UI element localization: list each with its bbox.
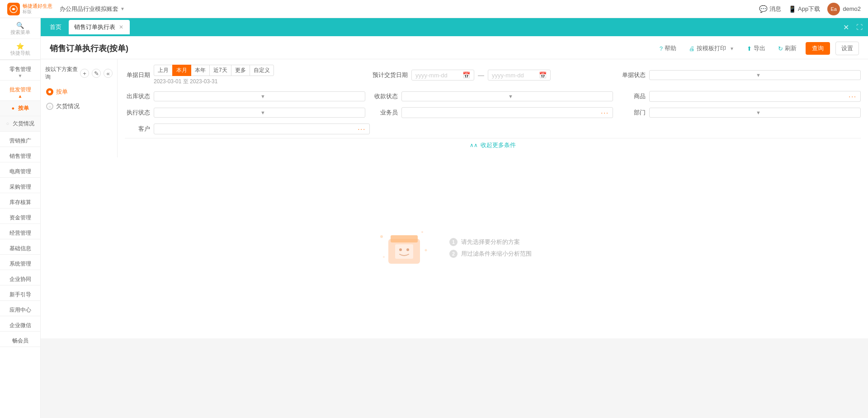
calendar-start-icon[interactable]: 📅: [462, 71, 470, 79]
customer-more-icon: ···: [358, 125, 366, 133]
app-selector[interactable]: 办公用品行业模拟账套 ▼: [56, 3, 128, 15]
sidebar-item-finance[interactable]: 资金管理: [0, 209, 40, 224]
export-button[interactable]: ⬆ 导出: [743, 43, 769, 54]
print-template-button[interactable]: 🖨 按模板打印 ▼: [685, 43, 738, 54]
refresh-button[interactable]: ↻ 刷新: [774, 43, 800, 54]
sidebar-item-retail[interactable]: 零售管理 ▼: [0, 60, 40, 81]
dept-select[interactable]: ▼: [649, 108, 861, 118]
sidebar-item-wechat[interactable]: 企业微信: [0, 316, 40, 332]
date-btn-this-year[interactable]: 本年: [191, 65, 210, 76]
main-layout: 🔍 搜索菜单 ⭐ 快捷导航 零售管理 ▼ 批发管理 ▲ ● 按单 ○ 欠货情况: [0, 18, 868, 418]
doc-status-arrow-icon: ▼: [756, 72, 857, 78]
date-end-field[interactable]: [492, 72, 537, 79]
sidebar-item-quick-nav[interactable]: ⭐ 快捷导航: [0, 39, 40, 60]
chevron-down-icon: ▼: [120, 6, 125, 11]
sidebar-item-ecommerce[interactable]: 电商管理: [0, 162, 40, 178]
svg-point-8: [425, 249, 427, 252]
date-btn-last-month[interactable]: 上月: [154, 65, 173, 76]
sub-menu-wholesale: ● 按单 ○ 欠货情况: [0, 101, 40, 132]
sidebar-item-sales[interactable]: 销售管理: [0, 147, 40, 162]
scheme-panel: 按以下方案查询 + ✎ «: [41, 59, 118, 157]
tab-home[interactable]: 首页: [44, 20, 67, 34]
empty-state: 1 请先选择要分析的方案 2 用过滤条件来缩小分析范围: [377, 225, 532, 271]
payment-status-arrow-icon: ▼: [508, 94, 609, 99]
more-dots-icon: ···: [849, 93, 857, 100]
settings-button[interactable]: 设置: [835, 42, 859, 55]
customer-input[interactable]: ···: [154, 124, 370, 134]
sidebar-item-basic[interactable]: 基础信息: [0, 239, 40, 255]
date-btn-more[interactable]: 更多: [231, 65, 250, 76]
sidebar-item-enterprise[interactable]: 企业协同: [0, 270, 40, 285]
payment-status-select[interactable]: ▼: [401, 91, 613, 101]
tab-close-icon[interactable]: ✕: [118, 23, 124, 31]
data-area: 1 请先选择要分析的方案 2 用过滤条件来缩小分析范围: [41, 157, 868, 338]
sub-menu-item-order[interactable]: ● 按单: [0, 101, 40, 116]
filter-payment-status-field: 收款状态 ▼: [373, 91, 613, 101]
sidebar-item-guide[interactable]: 新手引导: [0, 285, 40, 301]
date-btn-this-month[interactable]: 本月: [172, 65, 191, 76]
download-icon: 📱: [788, 5, 796, 13]
svg-point-4: [399, 248, 402, 251]
svg-point-6: [380, 235, 383, 238]
salesperson-more-icon: ···: [601, 109, 609, 116]
tab-expand-icon[interactable]: ⛶: [854, 22, 864, 33]
scheme-edit-button[interactable]: ✎: [92, 69, 101, 78]
scheme-collapse-button[interactable]: «: [104, 69, 113, 78]
delivery-status-select[interactable]: ▼: [154, 91, 365, 101]
avatar: Ea: [827, 3, 840, 15]
doc-status-select[interactable]: ▼: [649, 70, 861, 80]
sidebar-item-procurement[interactable]: 采购管理: [0, 178, 40, 193]
logo-text: 畅捷通好生意 标版: [23, 3, 52, 14]
filter-row-2: 出库状态 ▼ 收款状态 ▼: [125, 91, 861, 102]
tab-sales-order[interactable]: 销售订单执行表 ✕: [69, 20, 130, 34]
empty-hints: 1 请先选择要分析的方案 2 用过滤条件来缩小分析范围: [449, 238, 532, 258]
empty-hint-1: 1 请先选择要分析的方案: [449, 238, 520, 246]
help-button[interactable]: ? 帮助: [656, 43, 680, 54]
sidebar-item-appcenter[interactable]: 应用中心: [0, 301, 40, 316]
sidebar-item-vip[interactable]: 畅会员: [0, 332, 40, 347]
date-btn-custom[interactable]: 自定义: [250, 65, 274, 76]
sidebar-item-inventory[interactable]: 库存核算: [0, 193, 40, 209]
filter-salesperson-field: 业务员 ···: [373, 107, 613, 118]
sidebar-item-system[interactable]: 系统管理: [0, 255, 40, 270]
sidebar-item-search[interactable]: 🔍 搜索菜单: [0, 18, 40, 39]
filter-delivery-status-field: 出库状态 ▼: [125, 91, 365, 101]
collapse-button[interactable]: ∧∧ 收起更多条件: [125, 138, 861, 152]
export-icon: ⬆: [747, 45, 752, 52]
message-action[interactable]: 💬 消息: [759, 5, 781, 13]
date-btn-last-7-days[interactable]: 近7天: [209, 65, 231, 76]
app-download-action[interactable]: 📱 App下载: [788, 5, 820, 13]
exec-status-arrow-icon: ▼: [260, 110, 361, 115]
tab-close-all-icon[interactable]: ✕: [841, 21, 851, 33]
sidebar-item-wholesale[interactable]: 批发管理 ▲: [0, 81, 40, 101]
message-icon: 💬: [759, 5, 768, 13]
salesperson-input[interactable]: ···: [401, 107, 613, 118]
arrears-sub-icon: ○: [48, 104, 51, 109]
date-end-input[interactable]: 📅: [488, 70, 551, 81]
filter-date-field: 单据日期 上月 本月 本年 近7天 更多 自定义 20: [125, 65, 365, 86]
sidebar-item-marketing[interactable]: 营销推广: [0, 132, 40, 147]
page-header: 销售订单执行表(按单) ? 帮助 🖨 按模板打印 ▼ ⬆ 导出: [41, 36, 868, 59]
sidebar-item-operations[interactable]: 经营管理: [0, 224, 40, 239]
exec-status-select[interactable]: ▼: [154, 108, 365, 118]
calendar-end-icon[interactable]: 📅: [539, 71, 547, 79]
user-profile[interactable]: Ea demo2: [827, 3, 861, 15]
page-actions: ? 帮助 🖨 按模板打印 ▼ ⬆ 导出 ↻ 刷新: [656, 42, 859, 55]
goods-input[interactable]: ···: [649, 91, 861, 102]
sub-menu-item-arrears[interactable]: ○ 欠货情况: [0, 116, 40, 132]
scheme-item-order[interactable]: 按单: [41, 85, 117, 99]
order-icon: ●: [12, 105, 15, 111]
date-start-input[interactable]: 📅: [411, 70, 474, 81]
page-title: 销售订单执行表(按单): [50, 43, 128, 54]
filter-row-4: 客户 ···: [125, 124, 861, 134]
filter-doc-status-field: 单据状态 ▼: [620, 70, 861, 80]
filter-panel: 按以下方案查询 + ✎ «: [41, 59, 868, 157]
empty-hint-2: 2 用过滤条件来缩小分析范围: [449, 250, 532, 258]
scheme-add-button[interactable]: +: [80, 69, 89, 78]
date-start-field[interactable]: [415, 72, 461, 79]
delivery-status-arrow-icon: ▼: [260, 94, 361, 99]
scheme-item-arrears[interactable]: ○ 欠货情况: [41, 99, 117, 114]
query-button[interactable]: 查询: [806, 42, 830, 55]
filter-content: 单据日期 上月 本月 本年 近7天 更多 自定义 20: [118, 59, 868, 157]
header-right: 💬 消息 📱 App下载 Ea demo2: [759, 3, 861, 15]
